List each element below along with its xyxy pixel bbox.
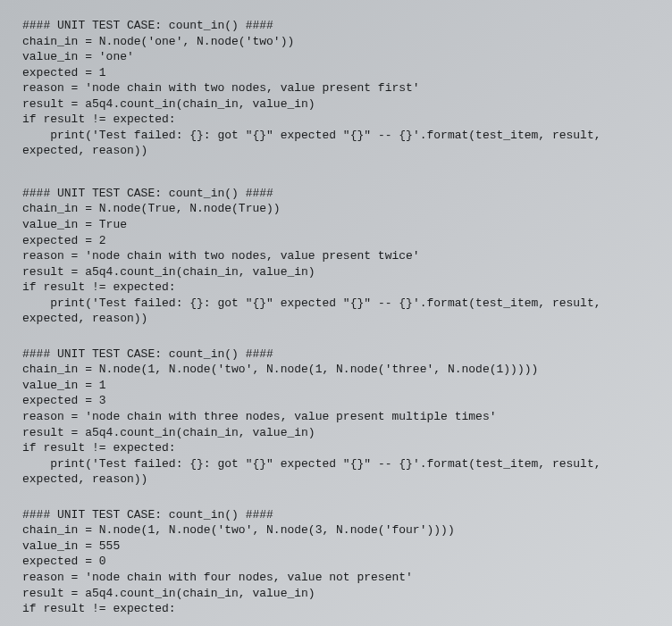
code-line: #### UNIT TEST CASE: count_in() #### xyxy=(22,186,650,202)
test-case-block: #### UNIT TEST CASE: count_in() #### cha… xyxy=(22,18,650,159)
code-line: expected, reason)) xyxy=(22,311,650,327)
test-case-block: #### UNIT TEST CASE: count_in() #### cha… xyxy=(22,186,650,327)
code-line: reason = 'node chain with three nodes, v… xyxy=(22,409,650,425)
code-line: value_in = True xyxy=(22,217,650,233)
test-case-block: #### UNIT TEST CASE: count_in() #### cha… xyxy=(22,346,650,488)
code-line: result = a5q4.count_in(chain_in, value_i… xyxy=(22,264,650,280)
test-case-block: #### UNIT TEST CASE: count_in() #### cha… xyxy=(22,507,650,617)
code-line: if result != expected: xyxy=(22,440,650,456)
code-line: result = a5q4.count_in(chain_in, value_i… xyxy=(22,425,650,441)
code-line: result = a5q4.count_in(chain_in, value_i… xyxy=(22,96,650,113)
code-line: expected = 2 xyxy=(22,233,650,249)
code-line: chain_in = N.node('one', N.node('two')) xyxy=(22,34,650,50)
code-line: chain_in = N.node(True, N.node(True)) xyxy=(22,201,650,217)
code-line: expected = 0 xyxy=(22,554,650,570)
code-line: print('Test failed: {}: got "{}" expecte… xyxy=(22,296,650,312)
code-line: reason = 'node chain with two nodes, val… xyxy=(22,248,650,264)
code-line: print('Test failed: {}: got "{}" expecte… xyxy=(22,456,650,472)
code-container: #### UNIT TEST CASE: count_in() #### cha… xyxy=(22,18,650,617)
code-line: #### UNIT TEST CASE: count_in() #### xyxy=(22,346,650,363)
code-line: value_in = 'one' xyxy=(22,49,650,65)
code-line: value_in = 555 xyxy=(22,538,650,555)
code-line: reason = 'node chain with two nodes, val… xyxy=(22,80,650,96)
code-line: chain_in = N.node(1, N.node('two', N.nod… xyxy=(22,522,650,538)
code-line: if result != expected: xyxy=(22,112,650,128)
code-line: result = a5q4.count_in(chain_in, value_i… xyxy=(22,586,650,602)
code-line: if result != expected: xyxy=(22,601,650,617)
code-line: expected = 3 xyxy=(22,393,650,409)
code-line: expected = 1 xyxy=(22,65,650,81)
code-line: reason = 'node chain with four nodes, va… xyxy=(22,570,650,586)
code-line: #### UNIT TEST CASE: count_in() #### xyxy=(22,507,650,523)
code-line: #### UNIT TEST CASE: count_in() #### xyxy=(22,18,650,34)
code-line: value_in = 1 xyxy=(22,378,650,394)
code-line: chain_in = N.node(1, N.node('two', N.nod… xyxy=(22,362,650,378)
code-line: expected, reason)) xyxy=(22,472,650,488)
code-line: expected, reason)) xyxy=(22,143,650,159)
code-line: if result != expected: xyxy=(22,280,650,296)
code-line: print('Test failed: {}: got "{}" expecte… xyxy=(22,128,650,144)
